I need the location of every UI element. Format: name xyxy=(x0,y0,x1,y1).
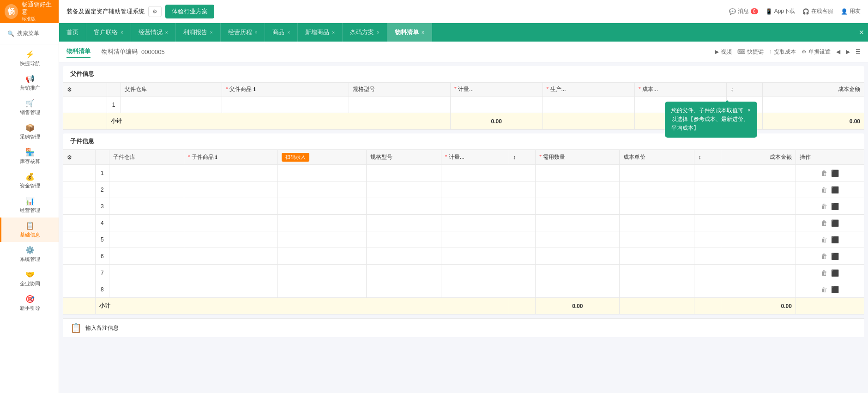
child-row2-spec[interactable] xyxy=(366,181,441,198)
tab-new-goods[interactable]: 新增商品 × xyxy=(298,23,343,42)
tab-biz-history[interactable]: 经营历程 × xyxy=(221,23,265,42)
child-row5-qty[interactable] xyxy=(536,231,620,248)
child-row1-warehouse[interactable] xyxy=(109,165,184,181)
sidebar-item-marketing[interactable]: 📢 营销推广 xyxy=(0,71,59,95)
child-row6-goods[interactable] xyxy=(184,248,277,265)
extract-cost-button[interactable]: ↑ 提取成本 xyxy=(769,48,796,56)
tab-biz-history-close[interactable]: × xyxy=(255,30,258,35)
nav-next-button[interactable]: ▶ xyxy=(846,48,850,55)
child-row5-unit-cost[interactable] xyxy=(620,231,694,248)
list-view-button[interactable]: ☰ xyxy=(856,48,861,55)
tab-bom[interactable]: 物料清单 × xyxy=(387,23,432,42)
tab-barcode-close[interactable]: × xyxy=(377,30,380,35)
sidebar-item-guide[interactable]: 🎯 新手引导 xyxy=(0,291,59,315)
tab-profit-report[interactable]: 利润报告 × xyxy=(176,23,221,42)
child-row5-spec[interactable] xyxy=(366,231,441,248)
child-row1-unit-cost[interactable] xyxy=(620,165,694,181)
delete-icon-5[interactable]: 🗑 xyxy=(821,236,827,243)
child-row8-unit-cost[interactable] xyxy=(620,281,694,298)
child-row6-qty[interactable] xyxy=(536,248,620,265)
child-row6-unit[interactable] xyxy=(441,248,509,265)
child-row5-unit[interactable] xyxy=(441,231,509,248)
delete-icon-3[interactable]: 🗑 xyxy=(821,203,827,210)
tab-bom-close[interactable]: × xyxy=(422,30,424,35)
nav-prev-button[interactable]: ◀ xyxy=(836,48,840,55)
child-row2-qty[interactable] xyxy=(536,181,620,198)
video-button[interactable]: ▶ 视频 xyxy=(715,48,732,56)
copy-icon-1[interactable]: ⬛ xyxy=(831,169,839,177)
child-row7-unit-cost[interactable] xyxy=(620,265,694,281)
parent-row1-produce[interactable] xyxy=(542,97,634,113)
tab-barcode[interactable]: 条码方案 × xyxy=(343,23,387,42)
parent-row1-warehouse[interactable] xyxy=(121,97,222,113)
child-row8-spec[interactable] xyxy=(366,281,441,298)
child-row1-qty[interactable] xyxy=(536,165,620,181)
child-row3-warehouse[interactable] xyxy=(109,198,184,215)
sidebar-item-sales[interactable]: 🛒 销售管理 xyxy=(0,95,59,120)
sidebar-item-purchase[interactable]: 📦 采购管理 xyxy=(0,120,59,144)
child-row6-spec[interactable] xyxy=(366,248,441,265)
child-row6-warehouse[interactable] xyxy=(109,248,184,265)
child-col-scan[interactable]: 扫码录入 xyxy=(277,150,366,165)
delete-icon-1[interactable]: 🗑 xyxy=(821,169,827,177)
tab-customer[interactable]: 客户联络 × xyxy=(86,23,131,42)
child-row7-warehouse[interactable] xyxy=(109,265,184,281)
child-row1-spec[interactable] xyxy=(366,165,441,181)
app-download-button[interactable]: 📱 App下载 xyxy=(766,7,795,15)
tab-operation-status[interactable]: 经营情况 × xyxy=(131,23,176,42)
child-row8-unit[interactable] xyxy=(441,281,509,298)
copy-icon-4[interactable]: ⬛ xyxy=(831,219,839,227)
parent-row1-goods[interactable] xyxy=(222,97,349,113)
search-menu-button[interactable]: 🔍 搜索菜单 xyxy=(4,27,55,40)
child-row6-unit-cost[interactable] xyxy=(620,248,694,265)
child-row4-unit-cost[interactable] xyxy=(620,215,694,231)
copy-icon-3[interactable]: ⬛ xyxy=(831,203,839,210)
sidebar-item-system[interactable]: ⚙️ 系统管理 xyxy=(0,242,59,266)
scan-button[interactable]: 扫码录入 xyxy=(282,153,309,162)
copy-icon-2[interactable]: ⬛ xyxy=(831,186,839,193)
child-row4-unit[interactable] xyxy=(441,215,509,231)
child-row4-qty[interactable] xyxy=(536,215,620,231)
child-row5-goods[interactable] xyxy=(184,231,277,248)
child-row3-goods[interactable] xyxy=(184,198,277,215)
delete-icon-4[interactable]: 🗑 xyxy=(821,219,827,227)
single-settings-button[interactable]: ⚙ 单据设置 xyxy=(802,48,831,56)
tooltip-close-button[interactable]: × xyxy=(747,106,751,115)
tab-home[interactable]: 首页 xyxy=(59,23,86,42)
delete-icon-6[interactable]: 🗑 xyxy=(821,253,827,260)
sidebar-item-basic-info[interactable]: 📋 基础信息 xyxy=(0,218,59,242)
child-col-settings[interactable]: ⚙ xyxy=(63,150,96,165)
child-row3-qty[interactable] xyxy=(536,198,620,215)
child-row5-warehouse[interactable] xyxy=(109,231,184,248)
delete-icon-7[interactable]: 🗑 xyxy=(821,269,827,277)
page-tab-bom[interactable]: 物料清单 xyxy=(66,45,90,58)
child-row7-unit[interactable] xyxy=(441,265,509,281)
sidebar-item-finance[interactable]: 💰 资金管理 xyxy=(0,169,59,193)
child-row3-spec[interactable] xyxy=(366,198,441,215)
child-row4-spec[interactable] xyxy=(366,215,441,231)
sidebar-item-quick-nav[interactable]: ⚡ 快捷导航 xyxy=(0,46,59,71)
tab-new-goods-close[interactable]: × xyxy=(332,30,335,35)
tab-goods[interactable]: 商品 × xyxy=(265,23,298,42)
sidebar-item-enterprise[interactable]: 🤝 企业协同 xyxy=(0,266,59,291)
sidebar-item-inventory[interactable]: 🏪 库存核算 xyxy=(0,144,59,169)
delete-icon-8[interactable]: 🗑 xyxy=(821,286,827,293)
child-row8-goods[interactable] xyxy=(184,281,277,298)
sidebar-item-operation[interactable]: 📊 经营管理 xyxy=(0,193,59,218)
child-row7-spec[interactable] xyxy=(366,265,441,281)
child-row7-goods[interactable] xyxy=(184,265,277,281)
tab-profit-report-close[interactable]: × xyxy=(210,30,213,35)
child-row3-unit-cost[interactable] xyxy=(620,198,694,215)
child-row2-warehouse[interactable] xyxy=(109,181,184,198)
child-row4-goods[interactable] xyxy=(184,215,277,231)
child-row1-goods[interactable] xyxy=(184,165,277,181)
child-row2-unit[interactable] xyxy=(441,181,509,198)
copy-icon-7[interactable]: ⬛ xyxy=(831,269,839,277)
user-button[interactable]: 👤 用友 xyxy=(841,7,861,15)
copy-icon-5[interactable]: ⬛ xyxy=(831,236,839,243)
copy-icon-8[interactable]: ⬛ xyxy=(831,286,839,293)
online-service-button[interactable]: 🎧 在线客服 xyxy=(802,7,833,15)
child-row7-qty[interactable] xyxy=(536,265,620,281)
tab-goods-close[interactable]: × xyxy=(287,30,290,35)
child-row3-unit[interactable] xyxy=(441,198,509,215)
